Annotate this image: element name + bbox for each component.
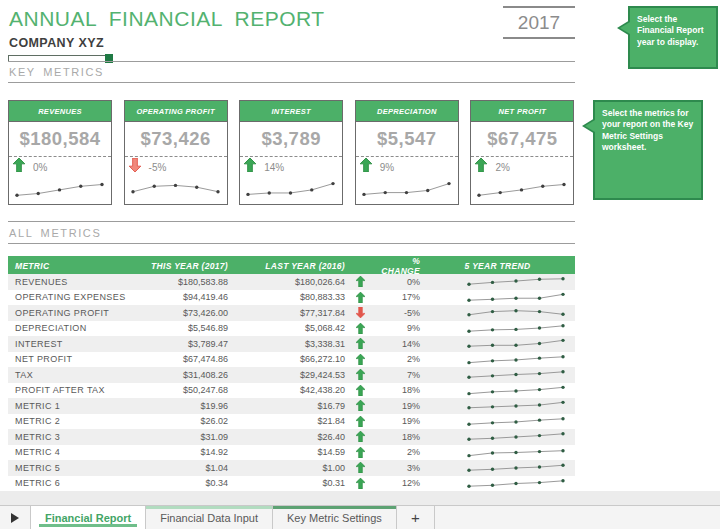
cell-metric: TAX xyxy=(8,370,150,380)
table-row[interactable]: METRIC 2 $26.02 $21.84 19% xyxy=(8,414,575,430)
cell-last-year: $3,338.31 xyxy=(228,339,345,349)
cell-last-year: $16.79 xyxy=(228,401,345,411)
year-selector[interactable]: 2017 xyxy=(503,6,575,39)
col-pct-change: % CHANGE xyxy=(375,256,420,276)
metric-card-title: DEPRECIATION xyxy=(356,101,458,122)
cell-last-year: $21.84 xyxy=(228,416,345,426)
cell-pct-change: 9% xyxy=(375,323,420,333)
trend-sparkline xyxy=(464,367,568,382)
metric-card[interactable]: DEPRECIATION $5,547 9% xyxy=(355,100,459,205)
cell-this-year: $5,546.89 xyxy=(150,323,228,333)
metric-card[interactable]: OPERATING PROFIT $73,426 -5% xyxy=(124,100,228,205)
up-arrow-icon xyxy=(13,158,25,172)
cell-last-year: $66,272.10 xyxy=(228,354,345,364)
trend-sparkline xyxy=(464,305,568,320)
up-arrow-icon xyxy=(356,462,365,473)
trend-sparkline xyxy=(464,460,568,475)
company-name: COMPANY XYZ xyxy=(9,36,104,50)
up-arrow-icon xyxy=(356,416,365,427)
trend-sparkline xyxy=(464,476,568,491)
cell-this-year: $180,583.88 xyxy=(150,277,228,287)
tab-key-metric-settings[interactable]: Key Metric Settings xyxy=(273,506,397,529)
up-arrow-icon xyxy=(475,158,487,172)
trend-sparkline xyxy=(359,177,454,201)
sheet-nav-button[interactable] xyxy=(0,506,30,529)
cell-this-year: $67,474.86 xyxy=(150,354,228,364)
table-row[interactable]: METRIC 6 $0.34 $0.31 12% xyxy=(8,476,575,492)
metric-card[interactable]: REVENUES $180,584 0% xyxy=(8,100,112,205)
cell-last-year: $42,438.20 xyxy=(228,385,345,395)
cell-metric: METRIC 4 xyxy=(8,447,150,457)
cell-pct-change: 12% xyxy=(375,478,420,488)
table-row[interactable]: NET PROFIT $67,474.86 $66,272.10 2% xyxy=(8,352,575,368)
cell-last-year: $26.40 xyxy=(228,432,345,442)
cell-metric: METRIC 1 xyxy=(8,401,150,411)
metric-card-value: $67,475 xyxy=(471,122,573,156)
trend-sparkline xyxy=(243,177,338,201)
metric-card-title: REVENUES xyxy=(9,101,111,122)
cell-metric: PROFIT AFTER TAX xyxy=(8,385,150,395)
cell-this-year: $94,419.46 xyxy=(150,292,228,302)
up-arrow-icon xyxy=(356,400,365,411)
cell-pct-change: 18% xyxy=(375,432,420,442)
cell-pct-change: 2% xyxy=(375,354,420,364)
cell-last-year: $1.00 xyxy=(228,463,345,473)
cell-last-year: $0.31 xyxy=(228,478,345,488)
metric-card-pct: 14% xyxy=(264,162,284,173)
metric-card[interactable]: NET PROFIT $67,475 2% xyxy=(470,100,574,205)
metric-card[interactable]: INTEREST $3,789 14% xyxy=(239,100,343,205)
cell-metric: METRIC 2 xyxy=(8,416,150,426)
cell-this-year: $1.04 xyxy=(150,463,228,473)
cell-metric: METRIC 3 xyxy=(8,432,150,442)
table-row[interactable]: TAX $31,408.26 $29,424.53 7% xyxy=(8,367,575,383)
table-row[interactable]: DEPRECIATION $5,546.89 $5,068.42 9% xyxy=(8,321,575,337)
up-arrow-icon xyxy=(356,276,365,287)
divider xyxy=(8,221,575,222)
cell-this-year: $31,408.26 xyxy=(150,370,228,380)
cell-this-year: $26.02 xyxy=(150,416,228,426)
divider xyxy=(8,243,575,244)
table-row[interactable]: OPERATING EXPENSES $94,419.46 $80,883.33… xyxy=(8,290,575,306)
add-sheet-button[interactable]: + xyxy=(397,506,435,529)
trend-sparkline xyxy=(464,429,568,444)
tab-financial-report[interactable]: Financial Report xyxy=(30,506,146,529)
up-arrow-icon xyxy=(356,431,365,442)
cell-pct-change: 3% xyxy=(375,463,420,473)
cell-this-year: $19.96 xyxy=(150,401,228,411)
tab-financial-data-input[interactable]: Financial Data Input xyxy=(146,506,273,529)
cell-metric: NET PROFIT xyxy=(8,354,150,364)
metric-card-pct: 0% xyxy=(33,162,47,173)
table-row[interactable]: INTEREST $3,789.47 $3,338.31 14% xyxy=(8,336,575,352)
table-row[interactable]: METRIC 4 $14.92 $14.59 2% xyxy=(8,445,575,461)
sheet-tabs: Financial ReportFinancial Data InputKey … xyxy=(30,506,397,529)
trend-sparkline xyxy=(464,274,568,289)
tab-color-strip xyxy=(146,506,272,509)
trend-sparkline xyxy=(464,414,568,429)
page-title: ANNUAL FINANCIAL REPORT xyxy=(9,7,325,31)
metric-card-pct: 2% xyxy=(495,162,509,173)
table-row[interactable]: METRIC 1 $19.96 $16.79 19% xyxy=(8,398,575,414)
table-row[interactable]: OPERATING PROFIT $73,426.00 $77,317.84 -… xyxy=(8,305,575,321)
table-row[interactable]: REVENUES $180,583.88 $180,026.64 0% xyxy=(8,274,575,290)
callout-arrow-icon xyxy=(582,118,595,134)
up-arrow-icon xyxy=(356,369,365,380)
metric-card-value: $73,426 xyxy=(125,122,227,156)
table-row[interactable]: PROFIT AFTER TAX $50,247.68 $42,438.20 1… xyxy=(8,383,575,399)
table-row[interactable]: METRIC 5 $1.04 $1.00 3% xyxy=(8,460,575,476)
cell-this-year: $73,426.00 xyxy=(150,308,228,318)
callout-arrow-icon xyxy=(617,20,630,36)
tab-color-strip xyxy=(273,506,396,509)
cell-pct-change: 14% xyxy=(375,339,420,349)
metric-card-value: $180,584 xyxy=(9,122,111,156)
divider xyxy=(8,82,575,83)
trend-sparkline xyxy=(12,177,107,201)
cell-pct-change: 2% xyxy=(375,447,420,457)
cell-metric: METRIC 6 xyxy=(8,478,150,488)
table-row[interactable]: METRIC 3 $31.09 $26.40 18% xyxy=(8,429,575,445)
down-arrow-icon xyxy=(129,158,141,172)
cell-last-year: $80,883.33 xyxy=(228,292,345,302)
year-callout: Select the Financial Report year to disp… xyxy=(628,6,718,69)
trend-sparkline xyxy=(464,445,568,460)
metric-card-value: $5,547 xyxy=(356,122,458,156)
cell-metric: OPERATING EXPENSES xyxy=(8,292,150,302)
